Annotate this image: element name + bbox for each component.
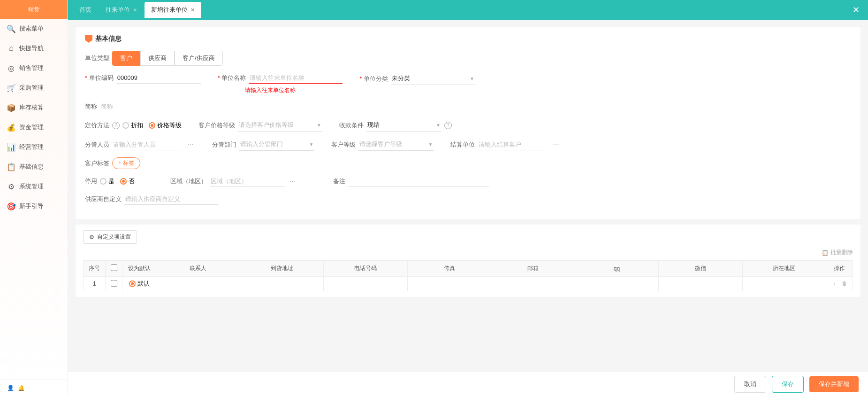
manager-ellipsis-btn[interactable]: ··· bbox=[185, 140, 195, 149]
supplier-custom-group: 供应商自定义 bbox=[85, 194, 218, 205]
email-input[interactable] bbox=[496, 280, 570, 287]
tab-partners-close[interactable]: ✕ bbox=[133, 7, 137, 13]
cell-region bbox=[742, 277, 826, 291]
radio-price-level[interactable]: 价格等级 bbox=[149, 121, 182, 130]
type-btn-both[interactable]: 客户/供应商 bbox=[175, 51, 223, 66]
sidebar-item-label: 采购管理 bbox=[19, 84, 44, 92]
basic-info-icon: 📋 bbox=[7, 163, 15, 171]
sidebar-item-system[interactable]: ⚙ 系统管理 bbox=[0, 177, 68, 196]
add-row-btn[interactable]: ＋ bbox=[831, 280, 837, 287]
type-btn-supplier[interactable]: 供应商 bbox=[140, 51, 175, 66]
user-avatar-icon: 👤 bbox=[7, 385, 14, 391]
radio-price-level-label: 价格等级 bbox=[157, 121, 182, 130]
sidebar-item-operation[interactable]: 📊 经营管理 bbox=[0, 137, 68, 157]
sidebar-item-sales[interactable]: ◎ 销售管理 bbox=[0, 58, 68, 78]
customer-tag-label: 客户标签 bbox=[85, 159, 109, 168]
unit-name-label: 单位名称 bbox=[218, 74, 246, 82]
sidebar-item-label: 销售管理 bbox=[19, 64, 44, 72]
sidebar-item-guide[interactable]: 🎯 新手引导 bbox=[0, 196, 68, 216]
customer-level-placeholder: 请选择客户等级 bbox=[359, 140, 402, 148]
custom-settings-btn[interactable]: ⚙ 自定义项设置 bbox=[83, 230, 137, 244]
custom-settings-label: 自定义项设置 bbox=[97, 233, 131, 241]
cell-qq bbox=[575, 277, 658, 291]
radio-discount[interactable]: 折扣 bbox=[122, 121, 143, 130]
cell-contact bbox=[156, 277, 240, 291]
sidebar-item-inventory[interactable]: 📦 库存核算 bbox=[0, 98, 68, 117]
sidebar-item-basic-info[interactable]: 📋 基础信息 bbox=[0, 157, 68, 177]
settlement-ellipsis-btn[interactable]: ··· bbox=[551, 140, 561, 149]
region-ellipsis-btn[interactable]: ··· bbox=[288, 177, 297, 186]
customer-price-label: 客户价格等级 bbox=[198, 121, 235, 130]
sidebar-item-quick-nav[interactable]: ⌂ 快捷导航 bbox=[0, 39, 68, 58]
save-new-button[interactable]: 保存并新增 bbox=[809, 376, 859, 392]
footer: 取消 保存 保存并新增 bbox=[68, 372, 868, 396]
region-table-input[interactable] bbox=[747, 280, 821, 287]
abbreviation-input[interactable] bbox=[100, 101, 194, 112]
col-qq: qq bbox=[575, 261, 658, 277]
sidebar-item-label: 资金管理 bbox=[19, 123, 44, 132]
window-close-btn[interactable]: ✕ bbox=[849, 5, 863, 15]
sidebar-item-purchase[interactable]: 🛒 采购管理 bbox=[0, 78, 68, 98]
add-tag-btn[interactable]: + 标签 bbox=[112, 157, 140, 169]
type-btn-customer[interactable]: 客户 bbox=[112, 51, 140, 66]
notes-input[interactable] bbox=[348, 176, 489, 187]
tab-bar: 首页 往来单位 ✕ 新增往来单位 ✕ ✕ bbox=[68, 0, 868, 20]
save-button[interactable]: 保存 bbox=[772, 376, 804, 393]
abbreviation-label: 简称 bbox=[85, 102, 97, 111]
batch-delete-btn[interactable]: 📋 批量删除 bbox=[822, 248, 853, 256]
disabled-group: 停用 是 否 bbox=[85, 177, 135, 186]
delete-row-btn[interactable]: 🗑 bbox=[842, 280, 847, 287]
col-email: 邮箱 bbox=[491, 261, 575, 277]
tab-add-partner[interactable]: 新增往来单位 ✕ bbox=[145, 2, 201, 18]
default-radio-label: 默认 bbox=[137, 280, 150, 288]
disabled-row: 停用 是 否 区域（地区） bbox=[85, 176, 851, 187]
manager-input[interactable] bbox=[112, 139, 183, 150]
pricing-question-icon[interactable]: ? bbox=[112, 122, 120, 129]
search-icon: 🔍 bbox=[7, 24, 15, 33]
cell-index: 1 bbox=[84, 277, 106, 291]
unit-category-select[interactable]: 未分类 ▼ bbox=[391, 72, 475, 85]
customer-level-select[interactable]: 请选择客户等级 ▼ bbox=[358, 138, 434, 151]
payment-terms-question-icon[interactable]: ? bbox=[444, 122, 452, 129]
manager-row: 分管人员 ··· 分管部门 请输入分管部门 ▼ 客户等级 bbox=[85, 138, 851, 151]
unit-name-input[interactable] bbox=[249, 72, 343, 84]
unit-code-input[interactable] bbox=[116, 72, 201, 84]
inventory-icon: 📦 bbox=[7, 103, 15, 112]
wechat-input[interactable] bbox=[663, 280, 737, 287]
sidebar-item-label: 基础信息 bbox=[19, 163, 44, 171]
phone-input[interactable] bbox=[328, 280, 402, 287]
sidebar-item-label: 新手引导 bbox=[19, 202, 44, 210]
radio-yes[interactable]: 是 bbox=[100, 177, 114, 186]
tab-add-partner-close[interactable]: ✕ bbox=[190, 7, 195, 13]
department-select[interactable]: 请输入分管部门 ▼ bbox=[239, 138, 314, 151]
settlement-input[interactable] bbox=[478, 139, 548, 150]
qq-input[interactable] bbox=[580, 280, 654, 287]
contact-input[interactable] bbox=[161, 280, 235, 287]
payment-terms-value: 现结 bbox=[367, 121, 380, 129]
department-label: 分管部门 bbox=[212, 140, 236, 149]
default-radio[interactable]: 默认 bbox=[127, 280, 151, 288]
region-input[interactable] bbox=[210, 176, 285, 187]
sidebar-item-finance[interactable]: 💰 资金管理 bbox=[0, 117, 68, 137]
customer-tag-row: 客户标签 + 标签 bbox=[85, 157, 851, 169]
tab-home-label: 首页 bbox=[79, 6, 91, 14]
cancel-button[interactable]: 取消 bbox=[734, 376, 766, 393]
abbreviation-row: 简称 bbox=[85, 101, 851, 112]
row-checkbox[interactable] bbox=[111, 280, 117, 287]
sidebar-item-label: 搜索菜单 bbox=[19, 24, 44, 33]
select-all-checkbox[interactable] bbox=[111, 264, 117, 271]
cell-actions: ＋ 🗑 bbox=[826, 277, 853, 291]
address-input[interactable] bbox=[245, 280, 319, 287]
tab-home[interactable]: 首页 bbox=[73, 2, 98, 18]
operation-icon: 📊 bbox=[7, 143, 15, 151]
fax-input[interactable] bbox=[412, 280, 486, 287]
radio-no[interactable]: 否 bbox=[120, 177, 135, 186]
supplier-custom-input[interactable] bbox=[124, 194, 218, 205]
col-contact: 联系人 bbox=[156, 261, 240, 277]
payment-terms-select[interactable]: 现结 ▼ bbox=[366, 119, 442, 132]
guide-icon: 🎯 bbox=[7, 202, 15, 210]
tab-partners[interactable]: 往来单位 ✕ bbox=[99, 2, 144, 18]
customer-price-select[interactable]: 请选择客户价格等级 ▼ bbox=[238, 119, 322, 132]
cell-checkbox bbox=[105, 277, 122, 291]
sidebar-item-search-menu[interactable]: 🔍 搜索菜单 bbox=[0, 19, 68, 39]
